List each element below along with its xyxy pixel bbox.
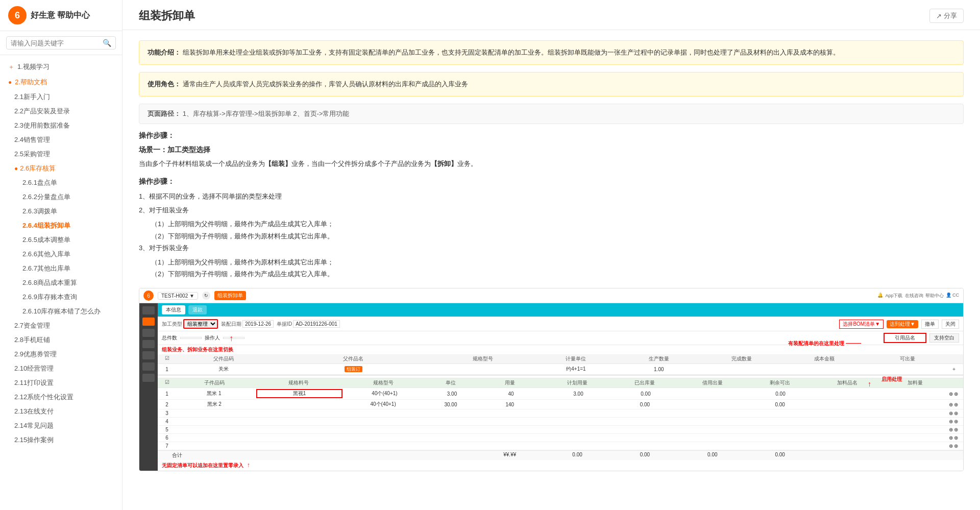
- sidebar-item-2-6-10[interactable]: 2.6.10库存账本错了怎么办: [22, 304, 122, 319]
- share-icon: ↗: [936, 12, 942, 20]
- sidebar: 6 好生意 帮助中心 🔍 ＋ 1.视频学习 ● 2.帮助文档 2.1新手入门 2…: [0, 0, 122, 510]
- share-button[interactable]: ↗ 分享: [929, 9, 964, 23]
- sidebar-item-2-6-5[interactable]: 2.6.5成本调整单: [22, 233, 122, 247]
- sidebar-section-label: 1.视频学习: [17, 62, 50, 71]
- mock-parent-row-1: 1 关米 组装订 约4+1=1 1.00: [158, 364, 963, 375]
- sidebar-item-videos[interactable]: ＋ 1.视频学习: [0, 59, 122, 75]
- mock-child-row-6: 6 ⊕⊕: [158, 434, 963, 442]
- sidebar-item-2-6[interactable]: ● 2.6库存核算: [14, 161, 122, 176]
- screenshot-container: 6 TEST-H002 ▼ ↻ 组装拆卸单 🔔App下载在线咨询帮助中心👤 CC: [139, 288, 964, 471]
- role-label: 使用角色：: [148, 80, 181, 88]
- mock-field-type: 加工类型 组装整理: [162, 319, 218, 329]
- mock-ok-btn[interactable]: 支持空白: [929, 333, 959, 343]
- sidebar-item-docs[interactable]: ● 2.帮助文档: [0, 75, 122, 90]
- mock-left-sidebar: [139, 303, 158, 471]
- sidebar-item-2-8[interactable]: 2.8手机旺铺: [14, 333, 122, 347]
- sidebar-item-2-15[interactable]: 2.15操作案例: [14, 433, 122, 447]
- sidebar-item-2-6-9[interactable]: 2.6.9库存账本查询: [22, 290, 122, 304]
- path-text: 1、库存核算->库存管理->组装拆卸单 2、首页->常用功能: [183, 110, 350, 117]
- search-input[interactable]: [11, 39, 103, 47]
- sidebar-item-2-13[interactable]: 2.13在线支付: [14, 404, 122, 419]
- step2: 2、对于组装业务: [139, 204, 964, 216]
- mock-type-select[interactable]: 组装整理: [183, 319, 218, 329]
- mock-undo-btn[interactable]: 撤单: [921, 320, 939, 329]
- search-icon[interactable]: 🔍: [103, 39, 111, 47]
- mock-count-value: [180, 337, 202, 339]
- mock-sidebar-reports: [142, 362, 155, 371]
- sidebar-item-2-5[interactable]: 2.5采购管理: [14, 147, 122, 161]
- function-intro-block: 功能介绍： 组装拆卸单用来处理企业组装或拆卸等加工业务，支持有固定装配清单的产品…: [139, 40, 964, 65]
- page-title: 组装拆卸单: [139, 8, 195, 23]
- screenshot-wrapper: 6 TEST-H002 ▼ ↻ 组装拆卸单 🔔App下载在线咨询帮助中心👤 CC: [139, 288, 963, 471]
- sidebar-item-2-11[interactable]: 2.11打印设置: [14, 376, 122, 390]
- mock-sidebar-orders: [142, 318, 155, 326]
- sidebar-item-2-6-8[interactable]: 2.6.8商品成本重算: [22, 276, 122, 290]
- search-box[interactable]: 🔍: [6, 36, 116, 50]
- sidebar-item-2-1[interactable]: 2.1新手入门: [14, 90, 122, 104]
- scene1-desc: 当由多个子件材料组装成一个成品的业务为【组装】业务，当由一个父件拆分成多个子产品…: [139, 158, 964, 169]
- arrow-bottom-icon: ↑: [247, 462, 250, 469]
- mock-bom-select[interactable]: 选择BOM清单▼: [839, 320, 884, 329]
- sidebar-item-2-6-7[interactable]: 2.6.7其他出库单: [22, 261, 122, 276]
- sidebar-item-2-6-4[interactable]: 2.6.4组装拆卸单: [22, 218, 122, 233]
- mock-process-btn[interactable]: 达到处理▼: [887, 320, 918, 328]
- mock-id-value: AD-20191226-001: [293, 320, 340, 328]
- mock-form-header: 本信息 退款: [158, 303, 963, 317]
- sidebar-item-2-9[interactable]: 2.9优惠券管理: [14, 347, 122, 361]
- logo-icon: 6: [8, 6, 27, 25]
- doc-content: 功能介绍： 组装拆卸单用来处理企业组装或拆卸等加工业务，支持有固定装配清单的产品…: [122, 30, 980, 481]
- mock-child-row-2: 2 黑米 2 40个(40+1) 30.00 140 0.00: [158, 400, 963, 409]
- mock-child-row-7: 7 ⊕⊕: [158, 442, 963, 450]
- mock-tab-refund: 退款: [188, 305, 207, 314]
- scene1-title: 场景一：加工类型选择: [139, 145, 964, 155]
- share-label: 分享: [944, 11, 957, 20]
- mock-child-row-4: 4 ⊕⊕: [158, 418, 963, 426]
- mock-main-btn: 组装拆卸单: [214, 291, 246, 300]
- mock-refresh-icon: ↻: [202, 292, 210, 300]
- sidebar-item-2-6-6[interactable]: 2.6.6其他入库单: [22, 247, 122, 261]
- collapse-icon: ●: [8, 79, 12, 86]
- mock-child-row-5: 5 ⊕⊕: [158, 426, 963, 434]
- mock-company-select: TEST-H002 ▼: [158, 292, 198, 300]
- operation-label: 操作步骤：: [139, 131, 964, 140]
- mock-warehouse-input[interactable]: 引用品名: [884, 333, 926, 343]
- mock-child-row-1: 1 黑米 1 黑视1 40个(40+1) 3.00 40 3.00 0.00: [158, 388, 963, 400]
- sidebar-2-6-children: 2.6.1盘点单 2.6.2分量盘点单 2.6.3调拨单 2.6.4组装拆卸单 …: [14, 176, 122, 319]
- step3: 3、对于拆装业务: [139, 242, 964, 254]
- step3-sub1: （1）上部明细为父件明细，最终作为原材料生成其它出库单；: [151, 256, 964, 268]
- path-block: 页面路径： 1、库存核算->库存管理->组装拆卸单 2、首页->常用功能: [139, 104, 964, 124]
- step3-sub2: （2）下部明细为子件明细，最终作为产成品生成其它入库单。: [151, 268, 964, 280]
- steps-label: 操作步骤：: [139, 177, 964, 186]
- mock-sidebar-customers: [142, 340, 155, 348]
- page-header: 组装拆卸单 ↗ 分享: [122, 0, 980, 30]
- mock-label-count: 总件数: [162, 334, 177, 342]
- mock-annotation-area: 组装业务、拆卸业务在这里切换 ↑ 有装配清单的在这里处理 ———: [158, 345, 963, 354]
- mock-annotation-enable: 启用处理 ↑: [158, 376, 963, 378]
- nav-tree: ＋ 1.视频学习 ● 2.帮助文档 2.1新手入门 2.2产品安装及登录 2.3…: [0, 55, 122, 510]
- mock-cancel-btn[interactable]: 关闭: [942, 320, 959, 329]
- step1: 1、根据不同的业务，选择不同单据的类型来处理: [139, 190, 964, 202]
- mock-content: 本信息 退款 加工类型 组装整理: [158, 303, 963, 471]
- sidebar-item-2-4[interactable]: 2.4销售管理: [14, 133, 122, 147]
- sidebar-item-2-6-1[interactable]: 2.6.1盘点单: [22, 176, 122, 190]
- step2-sub1: （1）上部明细为父件明细，最终作为产成品生成其它入库单；: [151, 218, 964, 230]
- sidebar-item-2-6-2[interactable]: 2.6.2分量盘点单: [22, 190, 122, 204]
- sidebar-item-2-10[interactable]: 2.10经营管理: [14, 361, 122, 376]
- sidebar-section-label: 2.帮助文档: [15, 78, 47, 87]
- mock-topbar-right: 🔔App下载在线咨询帮助中心👤 CC: [877, 293, 959, 299]
- sidebar-item-2-12[interactable]: 2.12系统个性化设置: [14, 390, 122, 404]
- sidebar-item-2-3[interactable]: 2.3使用前数据准备: [14, 118, 122, 133]
- mock-ui: 6 TEST-H002 ▼ ↻ 组装拆卸单 🔔App下载在线咨询帮助中心👤 CC: [139, 288, 963, 471]
- app-title: 好生意 帮助中心: [31, 10, 90, 21]
- logo-area: 6 好生意 帮助中心: [0, 0, 122, 31]
- mock-parent-table-header: ☑ 父件品码 父件品名 规格型号 计量单位 生产数量 完成数量 成本金额 可出量: [158, 354, 963, 364]
- mock-label-person: 操作人: [205, 334, 220, 342]
- mock-sidebar-finance: [142, 351, 155, 359]
- mock-sidebar-home: [142, 306, 155, 314]
- mock-child-row-3: 3 ⊕⊕: [158, 409, 963, 418]
- sidebar-item-2-2[interactable]: 2.2产品安装及登录: [14, 104, 122, 118]
- mock-topbar: 6 TEST-H002 ▼ ↻ 组装拆卸单 🔔App下载在线咨询帮助中心👤 CC: [139, 288, 963, 303]
- sidebar-item-2-7[interactable]: 2.7资金管理: [14, 319, 122, 333]
- sidebar-item-2-6-3[interactable]: 2.6.3调拨单: [22, 204, 122, 218]
- sidebar-item-2-14[interactable]: 2.14常见问题: [14, 419, 122, 433]
